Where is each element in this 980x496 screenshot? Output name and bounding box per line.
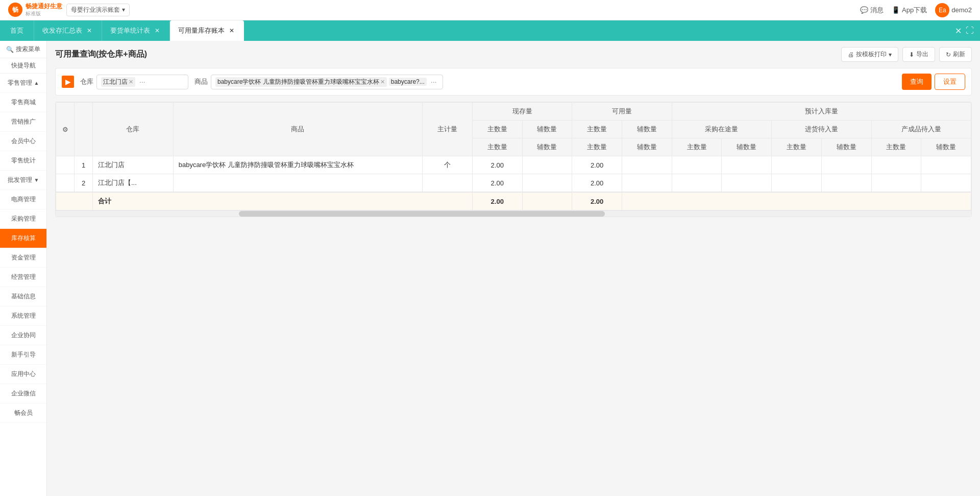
- filter-row: 仓库 江北门店 ✕ ··· 商品 bab: [80, 75, 896, 89]
- cell-available-main-qty: 2.00: [572, 156, 622, 174]
- product-label: 商品: [194, 77, 208, 86]
- sidebar-item-ecommerce-mgmt[interactable]: 电商管理: [0, 190, 46, 209]
- sidebar-item-inventory-check[interactable]: 库存核算: [0, 229, 46, 248]
- th-forecast-inbound: 预计入库量: [672, 103, 971, 121]
- cell-unit: [423, 174, 473, 193]
- product-more[interactable]: ···: [429, 78, 439, 86]
- industry-select[interactable]: 母婴行业演示账套 ▾: [66, 4, 130, 16]
- cell-pp-aux: [921, 156, 971, 174]
- sidebar-search[interactable]: 🔍 搜索菜单: [0, 41, 46, 58]
- sidebar-item-retail-mall[interactable]: 零售商城: [0, 93, 46, 112]
- message-btn[interactable]: 💬 消息: [860, 6, 884, 15]
- print-btn[interactable]: 🖨 按模板打印 ▾: [841, 47, 898, 62]
- table-scroll-thumb: [239, 211, 605, 217]
- tab-bar: 首页 收发存汇总表 ✕ 要货单统计表 ✕ 可用量库存账本 ✕ ✕ ⛶: [0, 20, 980, 41]
- top-bar-left: 畅 畅捷通好生意 标准版 母婴行业演示账套 ▾: [8, 3, 130, 17]
- app-icon: 📱: [892, 6, 900, 14]
- sidebar-item-vip-member[interactable]: 畅会员: [0, 404, 46, 423]
- th-pit-main: 主数量: [672, 138, 722, 156]
- th-import-pending: 进货待入量: [772, 121, 871, 138]
- sidebar-item-enterprise-wechat[interactable]: 企业微信: [0, 384, 46, 404]
- refresh-icon: ↻: [946, 51, 951, 58]
- user-avatar[interactable]: Ea demo2: [935, 3, 972, 17]
- cell-available-main-qty: 2.00: [572, 174, 622, 193]
- sidebar-item-retail-stats[interactable]: 零售统计: [0, 151, 46, 171]
- th-ip-main: 主数量: [772, 138, 822, 156]
- product-tag-1-close[interactable]: ✕: [380, 79, 385, 85]
- filter-expand-btn[interactable]: ▶: [62, 76, 74, 88]
- th-pp-main: 主数量: [871, 138, 921, 156]
- app-download-btn[interactable]: 📱 App下载: [892, 6, 927, 15]
- cell-product: [173, 174, 423, 193]
- cell-warehouse: 江北门店【...: [93, 174, 174, 193]
- settings-icon[interactable]: ⚙: [62, 126, 68, 133]
- cell-ip-aux: [821, 156, 871, 174]
- th-av-main: 主数量: [572, 138, 622, 156]
- total-current-main-qty: 2.00: [472, 192, 522, 210]
- tab-close-available-stock[interactable]: ✕: [228, 27, 236, 35]
- tab-home[interactable]: 首页: [0, 20, 34, 41]
- sidebar-item-purchase-mgmt[interactable]: 采购管理: [0, 209, 46, 229]
- th-cs-main: 主数量: [472, 138, 522, 156]
- warehouse-input[interactable]: 江北门店 ✕ ···: [96, 75, 188, 89]
- tab-order-stats[interactable]: 要货单统计表 ✕: [102, 20, 170, 41]
- cell-available-aux-qty: [622, 156, 672, 174]
- product-tag-2: babycare?...: [389, 78, 427, 86]
- th-available-main-qty: 主数量: [572, 121, 622, 138]
- tab-close-order-stats[interactable]: ✕: [153, 27, 161, 35]
- sidebar-item-basic-info[interactable]: 基础信息: [0, 287, 46, 306]
- sidebar-item-marketing[interactable]: 营销推广: [0, 112, 46, 132]
- tab-expand-btn[interactable]: ⛶: [966, 26, 974, 35]
- cell-product: babycare学饮杯 儿童防摔防撞吸管杯重力球吸嘴杯宝宝水杯: [173, 156, 423, 174]
- th-num: [75, 103, 93, 156]
- inventory-table: ⚙ 仓库 商品 主计量 现存量 可用量 预计入库量 主数量 辅数: [56, 102, 971, 210]
- chevron-down-icon-print: ▾: [889, 51, 892, 58]
- message-icon: 💬: [860, 6, 868, 14]
- tab-close-all-btn[interactable]: ✕: [955, 26, 962, 36]
- logo-icon: 畅: [8, 3, 22, 17]
- filter-actions: 查询 设置: [902, 74, 965, 90]
- th-settings: ⚙: [56, 103, 75, 156]
- sidebar: 🔍 搜索菜单 快捷导航 零售管理 ▲ 零售商城 营销推广 会员中心 零售统计 批…: [0, 41, 47, 496]
- warehouse-tag-close[interactable]: ✕: [129, 79, 133, 85]
- warehouse-tag: 江北门店 ✕: [101, 77, 135, 87]
- settings-btn[interactable]: 设置: [935, 74, 965, 90]
- warehouse-more[interactable]: ···: [137, 78, 148, 86]
- th-unit: 主计量: [423, 103, 473, 156]
- table-scroll-bar[interactable]: [56, 210, 971, 217]
- th-available-qty: 可用量: [572, 103, 672, 121]
- sidebar-item-system-mgmt[interactable]: 系统管理: [0, 306, 46, 326]
- cell-pit-main: [672, 174, 722, 193]
- sidebar-item-operation-mgmt[interactable]: 经营管理: [0, 268, 46, 287]
- sidebar-item-new-guide[interactable]: 新手引导: [0, 345, 46, 365]
- tab-income-expense[interactable]: 收发存汇总表 ✕: [34, 20, 102, 41]
- top-bar-right: 💬 消息 📱 App下载 Ea demo2: [860, 3, 972, 17]
- sidebar-item-enterprise-collab[interactable]: 企业协同: [0, 326, 46, 345]
- sidebar-item-retail-mgmt[interactable]: 零售管理 ▲: [0, 74, 46, 93]
- th-current-aux-qty: 辅数量: [522, 121, 572, 138]
- product-input[interactable]: babycare学饮杯 儿童防摔防撞吸管杯重力球吸嘴杯宝宝水杯 ✕ babyca…: [211, 75, 443, 89]
- export-btn[interactable]: ⬇ 导出: [902, 47, 935, 62]
- page-title: 可用量查询(按仓库+商品): [55, 49, 147, 60]
- sidebar-quick-nav[interactable]: 快捷导航: [0, 58, 46, 74]
- sidebar-item-wholesale-mgmt[interactable]: 批发管理 ▼: [0, 171, 46, 190]
- page-header: 可用量查询(按仓库+商品) 🖨 按模板打印 ▾ ⬇ 导出 ↻ 刷新: [55, 47, 972, 62]
- sidebar-item-app-center[interactable]: 应用中心: [0, 365, 46, 384]
- th-pp-aux: 辅数量: [921, 138, 971, 156]
- content-area: 可用量查询(按仓库+商品) 🖨 按模板打印 ▾ ⬇ 导出 ↻ 刷新: [47, 41, 980, 496]
- top-bar: 畅 畅捷通好生意 标准版 母婴行业演示账套 ▾ 💬 消息 📱 App下载 Ea …: [0, 0, 980, 20]
- tab-close-income-expense[interactable]: ✕: [85, 27, 93, 35]
- avatar-icon: Ea: [935, 3, 949, 17]
- cell-pp-main: [871, 156, 921, 174]
- export-icon: ⬇: [909, 51, 914, 58]
- chevron-icon: ▲: [34, 80, 39, 86]
- th-current-stock: 现存量: [472, 103, 572, 121]
- sidebar-item-member-center[interactable]: 会员中心: [0, 132, 46, 151]
- query-btn[interactable]: 查询: [902, 74, 932, 90]
- sidebar-item-finance-mgmt[interactable]: 资金管理: [0, 248, 46, 268]
- refresh-btn[interactable]: ↻ 刷新: [939, 47, 972, 62]
- table-row: 1 江北门店 babycare学饮杯 儿童防摔防撞吸管杯重力球吸嘴杯宝宝水杯 个…: [56, 156, 971, 174]
- product-tag-1: babycare学饮杯 儿童防摔防撞吸管杯重力球吸嘴杯宝宝水杯 ✕: [215, 77, 387, 87]
- total-available-main-qty: 2.00: [572, 192, 622, 210]
- tab-available-stock[interactable]: 可用量库存账本 ✕: [170, 20, 244, 41]
